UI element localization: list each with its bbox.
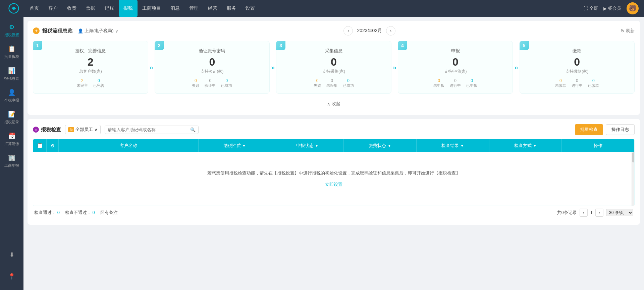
nav-client[interactable]: 客户	[44, 0, 62, 17]
step-1-card: 1 授权、完善信息 2 总客户数(家) 2 未完善 0 已完善	[33, 41, 148, 94]
nav-management[interactable]: 管理	[184, 0, 203, 17]
logo[interactable]	[5, 0, 22, 17]
step-1-title: 授权、完善信息	[75, 48, 106, 54]
th-pay-status: 缴费状态 ▼	[344, 139, 417, 152]
mascot-avatar[interactable]: 🐻	[627, 2, 639, 14]
arrow-4: »	[513, 41, 519, 94]
batch-check-btn[interactable]: 批量检查	[575, 124, 603, 135]
table-header: ⚙ 客户名称 纳税性质 ▼ 申报状态 ▼ 缴费状态 ▼	[33, 139, 634, 152]
nav-message[interactable]: 消息	[166, 0, 184, 17]
top-navigation: 首页 客户 收费 票据 记账 报税 工商项目 消息 管理 经营 服务 设置 ⛶ …	[0, 0, 644, 17]
th-check-result: 检查结果 ▼	[417, 139, 489, 152]
step-3-card: 3 采集信息 0 支持采集(家) 0 失败 0 未采集	[276, 41, 391, 94]
search-icon[interactable]: 🔍	[190, 127, 196, 132]
step-5-subtitle: 支持缴款(家)	[566, 69, 588, 74]
staff-select[interactable]: 员 全部员工 ∨	[65, 125, 101, 134]
nav-invoice[interactable]: 票据	[81, 0, 100, 17]
prev-month-btn[interactable]: ‹	[343, 26, 353, 35]
nav-operation[interactable]: 经营	[203, 0, 222, 17]
check-header-right: 批量检查 操作日志	[575, 124, 635, 135]
main-content: + 报税流程总览 👤 上海(电子税局) ∨ ‹ 2023年02月 › ↻	[23, 17, 644, 290]
sidebar-item-annual-report[interactable]: 🏢 工商年报	[0, 150, 23, 172]
download-icon: ⬇	[8, 251, 16, 259]
vip-btn[interactable]: ▶ 畅会员	[603, 5, 621, 11]
nav-service[interactable]: 服务	[222, 0, 241, 17]
check-result-filter-icon[interactable]: ▼	[460, 144, 464, 148]
month-navigation: ‹ 2023年02月 ›	[343, 26, 395, 35]
fail-count[interactable]: 0	[92, 210, 95, 215]
sidebar-item-tax-settings[interactable]: ⚙ 报税设置	[0, 19, 23, 41]
nav-tax[interactable]: 报税	[119, 0, 138, 17]
sidebar-item-tax-overview[interactable]: 📊 报税总览	[0, 63, 23, 85]
staff-chevron-icon: ∨	[94, 127, 98, 132]
step-3-count: 0	[331, 57, 337, 67]
nav-right: ⛶ 全屏 ▶ 畅会员 🐻	[584, 2, 639, 14]
step-3-stats: 0 失败 0 未采集 0 已成功	[314, 78, 354, 88]
pay-status-filter-icon[interactable]: ▼	[387, 144, 391, 148]
sidebar-item-download[interactable]: ⬇	[0, 244, 23, 266]
step-4-stats: 0 未申报 0 进行中 0 已申报	[433, 78, 477, 88]
gear-icon[interactable]: ⚙	[51, 143, 55, 148]
collapse-btn[interactable]: ∧ 收起	[33, 98, 635, 110]
step-2-stat-2: 0 已成功	[221, 78, 232, 88]
th-tax-type: 纳税性质 ▼	[199, 139, 271, 152]
nav-fee[interactable]: 收费	[62, 0, 81, 17]
pass-count[interactable]: 0	[57, 210, 60, 215]
refresh-btn[interactable]: ↻ 刷新	[621, 28, 635, 34]
check-header: ○ 报税检查 员 全部员工 ∨ 🔍 批量检查 操作日志	[33, 124, 635, 135]
flow-overview-card: + 报税流程总览 👤 上海(电子税局) ∨ ‹ 2023年02月 › ↻	[28, 21, 640, 115]
nav-home[interactable]: 首页	[25, 0, 44, 17]
sidebar-item-batch-tax[interactable]: 📋 批量报税	[0, 41, 23, 63]
step-3-stat-0: 0 失败	[314, 78, 321, 88]
table-scrollbar[interactable]	[632, 152, 634, 206]
tax-type-filter-icon[interactable]: ▼	[242, 144, 246, 148]
sidebar-item-location[interactable]: 📍	[0, 266, 23, 287]
footer-right: 共0条记录 ‹ 1 › 30 条/页 50 条/页 100 条/页	[557, 209, 633, 217]
prev-page-btn[interactable]: ‹	[580, 209, 588, 217]
step-2-stat-1: 0 验证中	[205, 78, 216, 88]
setup-link[interactable]: 立即设置	[325, 182, 342, 187]
step-4-num: 4	[398, 41, 407, 50]
fullscreen-btn[interactable]: ⛶ 全屏	[584, 5, 598, 11]
sidebar-item-tax-record[interactable]: 📝 报税记录	[0, 106, 23, 128]
step-5-card: 5 缴款 0 支持缴款(家) 0 未缴款 0 进行中	[520, 41, 635, 94]
next-page-btn[interactable]: ›	[595, 209, 603, 217]
nav-business[interactable]: 工商项目	[138, 0, 166, 17]
step-5-stat-2: 0 已缴款	[588, 78, 599, 88]
step-2-num: 2	[155, 41, 164, 50]
nav-accounting[interactable]: 记账	[100, 0, 119, 17]
step-1-stat-0-value: 2	[77, 78, 88, 83]
step-2-count: 0	[209, 57, 215, 67]
nav-settings[interactable]: 设置	[241, 0, 260, 17]
step-3-stat-2: 0 已成功	[343, 78, 354, 88]
main-layout: ⚙ 报税设置 📋 批量报税 📊 报税总览 👤 个税申报 📝 报税记录 📅 汇算清…	[0, 17, 644, 290]
vip-icon: ▶	[603, 6, 607, 11]
check-method-filter-icon[interactable]: ▼	[533, 144, 537, 148]
arrow-1: »	[148, 41, 155, 94]
annual-settlement-icon: 📅	[8, 132, 16, 140]
search-input-wrap: 🔍	[105, 126, 199, 134]
search-input[interactable]	[108, 127, 189, 132]
step-5-stats: 0 未缴款 0 进行中 0 已缴款	[555, 78, 599, 88]
footer-left: 检查通过： 0 检查不通过： 0 囧有备注	[34, 210, 118, 216]
page-size-select[interactable]: 30 条/页 50 条/页 100 条/页	[606, 209, 633, 216]
fail-label: 检查不通过： 0	[65, 210, 95, 216]
step-1-subtitle: 总客户数(家)	[79, 69, 102, 74]
tax-check-card: ○ 报税检查 员 全部员工 ∨ 🔍 批量检查 操作日志	[28, 119, 640, 225]
scrollbar-thumb	[632, 152, 634, 162]
flow-title: + 报税流程总览	[33, 27, 72, 34]
sidebar-item-personal-tax[interactable]: 👤 个税申报	[0, 85, 23, 106]
nav-items: 首页 客户 收费 票据 记账 报税 工商项目 消息 管理 经营 服务 设置	[25, 0, 584, 17]
next-month-btn[interactable]: ›	[386, 26, 395, 35]
step-1-stat-1-label: 已完善	[93, 83, 104, 88]
step-1-stat-0: 2 未完善	[77, 78, 88, 88]
operation-log-btn[interactable]: 操作日志	[606, 124, 635, 135]
location-badge[interactable]: 👤 上海(电子税局) ∨	[78, 28, 118, 34]
th-checkbox	[33, 139, 47, 152]
step-1-stat-0-label: 未完善	[77, 83, 88, 88]
table-footer: 检查通过： 0 检查不通过： 0 囧有备注 共0条记录 ‹ 1 › 30 条/页	[33, 206, 635, 219]
sidebar-item-annual-settlement[interactable]: 📅 汇算清缴	[0, 128, 23, 150]
select-all-checkbox[interactable]	[38, 143, 42, 148]
tax-settings-icon: ⚙	[8, 23, 16, 31]
declare-status-filter-icon[interactable]: ▼	[315, 144, 319, 148]
